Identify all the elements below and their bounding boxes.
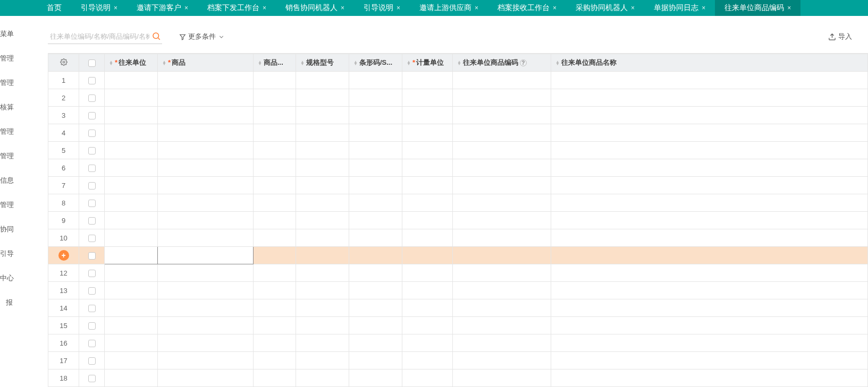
cell-chk[interactable] (79, 369, 105, 387)
cell-chk[interactable] (79, 142, 105, 159)
search-input[interactable] (48, 29, 162, 44)
tab-0[interactable]: 首页 (37, 0, 71, 16)
gear-icon[interactable] (60, 58, 68, 66)
row-checkbox[interactable] (88, 182, 96, 190)
row-checkbox[interactable] (88, 322, 96, 330)
close-icon[interactable]: × (184, 4, 188, 12)
table-row[interactable]: 14 (48, 299, 868, 317)
tab-7[interactable]: 档案接收工作台× (488, 0, 566, 16)
cell-chk[interactable] (79, 89, 105, 107)
table-row[interactable]: 1 (48, 72, 868, 89)
table-row[interactable]: 17 (48, 352, 868, 369)
cell-chk[interactable] (79, 124, 105, 142)
cell-barcode[interactable] (349, 247, 402, 264)
table-row[interactable]: 4 (48, 124, 868, 142)
table-row[interactable]: 2 (48, 89, 868, 107)
cell-chk[interactable] (79, 352, 105, 369)
cell-cls[interactable] (254, 247, 296, 264)
tab-8[interactable]: 采购协同机器人× (566, 0, 644, 16)
row-checkbox[interactable] (88, 200, 96, 207)
sidebar-item-7[interactable]: 管理 (0, 200, 15, 210)
close-icon[interactable]: × (787, 4, 791, 12)
sidebar-item-1[interactable]: 管理 (0, 54, 15, 63)
col-cls[interactable]: ▲▼商品... (254, 54, 296, 72)
close-icon[interactable]: × (475, 4, 478, 12)
row-checkbox[interactable] (88, 217, 96, 225)
cell-product[interactable] (158, 247, 254, 264)
tab-9[interactable]: 单据协同日志× (644, 0, 715, 16)
sidebar-item-8[interactable]: 协同 (0, 225, 15, 234)
sidebar-item-0[interactable]: 菜单 (0, 29, 15, 39)
sidebar-item-4[interactable]: 管理 (0, 127, 15, 136)
cell-chk[interactable] (79, 229, 105, 247)
col-spec[interactable]: ▲▼规格型号 (296, 54, 349, 72)
row-checkbox[interactable] (88, 235, 96, 242)
table-row[interactable]: 15 (48, 317, 868, 334)
row-checkbox[interactable] (88, 270, 96, 277)
search-icon[interactable] (151, 31, 161, 41)
cell-mu[interactable] (402, 247, 453, 264)
row-checkbox[interactable] (88, 165, 96, 172)
table-row[interactable]: 18 (48, 369, 868, 387)
col-mu[interactable]: ▲▼*计量单位 (402, 54, 453, 72)
tab-6[interactable]: 邀请上游供应商× (410, 0, 488, 16)
cell-chk[interactable] (79, 212, 105, 229)
cell-chk[interactable] (79, 299, 105, 317)
cell-chk[interactable] (79, 194, 105, 212)
table-row[interactable]: 8 (48, 194, 868, 212)
row-checkbox[interactable] (88, 77, 96, 84)
row-checkbox[interactable] (88, 252, 96, 260)
col-unit[interactable]: ▲▼*往来单位 (105, 54, 158, 72)
help-icon[interactable]: ? (520, 59, 527, 66)
cell-spec[interactable] (296, 247, 349, 264)
row-checkbox[interactable] (88, 112, 96, 119)
close-icon[interactable]: × (114, 4, 117, 12)
row-checkbox[interactable] (88, 375, 96, 382)
cell-chk[interactable] (79, 282, 105, 299)
close-icon[interactable]: × (553, 4, 557, 12)
add-row-button[interactable]: + (58, 250, 69, 261)
sidebar-item-10[interactable]: 中心 (0, 273, 15, 283)
cell-chk[interactable] (79, 264, 105, 282)
more-conditions-button[interactable]: 更多条件 (179, 32, 225, 41)
row-checkbox[interactable] (88, 305, 96, 312)
close-icon[interactable]: × (702, 4, 705, 12)
table-row[interactable]: 9 (48, 212, 868, 229)
col-product[interactable]: ▲▼*商品 (158, 54, 254, 72)
row-checkbox[interactable] (88, 340, 96, 347)
col-barcode[interactable]: ▲▼条形码/S... (349, 54, 402, 72)
cell-chk[interactable] (79, 72, 105, 89)
row-checkbox[interactable] (88, 357, 96, 365)
sidebar-item-6[interactable]: 信息 (0, 176, 15, 185)
table-row[interactable]: 12 (48, 264, 868, 282)
close-icon[interactable]: × (631, 4, 635, 12)
tab-4[interactable]: 销售协同机器人× (276, 0, 354, 16)
cell-chk[interactable] (79, 317, 105, 334)
col-uname[interactable]: ▲▼往来单位商品名称 (551, 54, 868, 72)
table-row[interactable]: 6 (48, 159, 868, 177)
table-row[interactable]: 3 (48, 107, 868, 124)
cell-idx[interactable]: + (48, 247, 79, 264)
sidebar-item-5[interactable]: 管理 (0, 151, 15, 161)
sidebar-item-2[interactable]: 管理 (0, 78, 15, 88)
sidebar-item-11[interactable]: 报 (0, 298, 15, 307)
cell-ucode[interactable] (453, 247, 551, 264)
tab-2[interactable]: 邀请下游客户× (127, 0, 198, 16)
cell-chk[interactable] (79, 159, 105, 177)
close-icon[interactable]: × (263, 4, 266, 12)
close-icon[interactable]: × (341, 4, 344, 12)
close-icon[interactable]: × (397, 4, 400, 12)
row-checkbox[interactable] (88, 130, 96, 137)
table-row[interactable]: 7 (48, 177, 868, 194)
row-checkbox[interactable] (88, 287, 96, 295)
cell-chk[interactable] (79, 334, 105, 352)
sidebar-item-3[interactable]: 核算 (0, 102, 15, 112)
cell-chk[interactable] (79, 107, 105, 124)
table-row[interactable]: 16 (48, 334, 868, 352)
select-all-checkbox[interactable] (88, 59, 96, 67)
cell-chk[interactable] (79, 247, 105, 264)
col-ucode[interactable]: ▲▼往来单位商品编码? (453, 54, 551, 72)
cell-unit[interactable] (105, 247, 158, 264)
cell-uname[interactable] (551, 247, 868, 264)
table-row[interactable]: + (48, 247, 868, 264)
